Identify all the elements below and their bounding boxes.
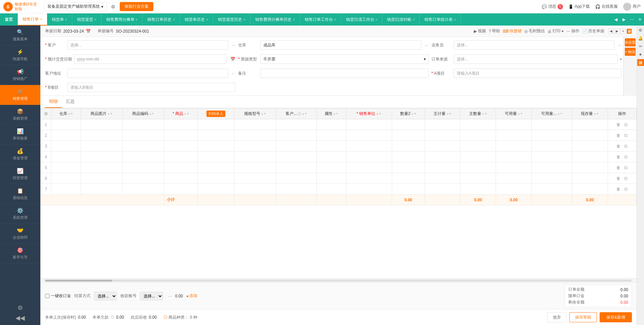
sidebar-item-inventory[interactable]: 📊 库存核算 (0, 125, 40, 145)
nav-tab-goods-history[interactable]: 销货单历史 × (180, 13, 213, 26)
setup-button[interactable]: ⚙设置 (625, 38, 636, 46)
online-support-button[interactable]: 🎧 在线客服 (595, 4, 618, 9)
row-copy-button[interactable]: ⊡ (623, 122, 629, 128)
b-project-input[interactable]: 请输入B项目 (67, 83, 235, 92)
sidebar-item-system[interactable]: ⚙️ 系统管理 (0, 204, 40, 224)
sidebar-item-marketing[interactable]: 📢 营销推广 (0, 65, 40, 85)
delivery-date-input[interactable]: yyyy-mm-dd (74, 54, 227, 64)
sidebar-item-management[interactable]: 📈 经营管理 (0, 164, 40, 184)
nav-tab-daily-reconcile[interactable]: 钱货日清对账 × (382, 13, 420, 26)
user-menu[interactable]: 用户 (623, 3, 641, 11)
nav-tab-order-workbench[interactable]: 销售订单工作台 × (300, 13, 341, 26)
save-draft-button[interactable]: 保存草稿 (569, 312, 597, 322)
tab-summary[interactable]: 汇总 (62, 96, 79, 108)
print-button[interactable]: 🖨 打印 ▾ (547, 28, 564, 34)
row-copy-button[interactable]: ⊡ (623, 143, 629, 149)
app-download-button[interactable]: 📱 App下载 (568, 4, 590, 9)
row-delete-button[interactable]: 🗑 (615, 132, 621, 138)
row-delete-button[interactable]: 🗑 (615, 143, 621, 149)
warehouse-input[interactable]: 成品库 (260, 40, 421, 50)
sidebar-item-sales[interactable]: 🛒 销售管理 (0, 85, 40, 105)
scrollbar-thumb[interactable] (45, 280, 112, 282)
solution-button[interactable]: 体验行业方案 (120, 2, 153, 11)
order-source-input[interactable]: 选择... (454, 54, 618, 64)
rfp-chart-icon[interactable]: ▦ (637, 59, 644, 66)
horizontal-scrollbar[interactable] (40, 278, 637, 282)
nav-tab-sales-return[interactable]: 销货退货 × (72, 13, 102, 26)
sidebar-settings-icon[interactable]: ⚙ (17, 304, 23, 312)
sidebar-item-search[interactable]: 🔍 搜索菜单 (0, 26, 40, 45)
a-project-input[interactable]: 请输入A项目 (454, 69, 622, 78)
nav-tab-sales-stats[interactable]: 销售订单统计表 × (420, 13, 461, 26)
account-dots-button[interactable]: ··· (168, 293, 172, 299)
nav-tab-daily-workbench[interactable]: 钱货日清工作台 × (341, 13, 383, 26)
profit-forecast-button[interactable]: ◎ 毛利预估 (524, 28, 545, 34)
row-delete-button[interactable]: 🗑 (615, 122, 621, 128)
video-help-button[interactable]: ▶ 视频 (474, 28, 486, 34)
sidebar-item-collab[interactable]: 🤝 企业协同 (0, 224, 40, 244)
nav-prev-arrow[interactable]: ◀ (612, 13, 620, 26)
invoice-type-select[interactable]: 不开票 ▾ (260, 54, 428, 64)
sidebar-collapse-icon[interactable]: ◀◀ (15, 314, 25, 322)
one-click-deposit-input[interactable] (45, 294, 49, 298)
add-deposit-button[interactable]: ● 添加 (186, 293, 197, 299)
row-copy-button[interactable]: ⊡ (623, 132, 629, 138)
nav-tab-sales-order[interactable]: 销售订单 × (18, 13, 47, 26)
scrollbar-track[interactable] (45, 280, 632, 282)
nav-tab-sales-order-history[interactable]: 销售订单历史 × (143, 13, 180, 26)
form-view-icon[interactable]: ▦ (627, 29, 632, 34)
salesperson-dots-button[interactable]: ··· (618, 42, 622, 48)
one-click-deposit-checkbox[interactable]: 一键收订金 (45, 293, 71, 299)
th-settings[interactable]: ⚙ (41, 109, 51, 119)
salesperson-input[interactable]: 选择... (454, 40, 615, 50)
nav-close-all[interactable]: ✕ (636, 13, 644, 26)
sidebar-item-purchase[interactable]: 📦 采购管理 (0, 105, 40, 125)
nav-right-icon[interactable]: ▶ (614, 29, 620, 34)
grid-view-icon[interactable]: ≡ (620, 29, 626, 34)
sidebar-item-quicknav[interactable]: ⚡ 快捷导航 (0, 45, 40, 65)
nav-tab-fee-history[interactable]: 销售费用分摊单历史 × (251, 13, 300, 26)
rfp-bell-icon[interactable]: 🔔 (637, 35, 644, 42)
warehouse-dots-button[interactable]: ··· (425, 42, 429, 48)
row-delete-button[interactable]: 🗑 (615, 165, 621, 171)
delivery-date-calendar-icon[interactable]: 📅 (230, 57, 235, 62)
nav-next-arrow[interactable]: ▶ (620, 13, 628, 26)
column-settings-icon[interactable]: ⚙ (44, 111, 48, 116)
payment-method-select[interactable]: 选择... (94, 292, 117, 300)
tab-detail[interactable]: 明细 (45, 96, 62, 108)
row-copy-button[interactable]: ⊡ (623, 154, 629, 160)
rfp-star-icon[interactable]: ★ (637, 51, 644, 58)
customer-input[interactable]: 选择... (67, 40, 228, 50)
calendar-icon[interactable]: 📅 (86, 29, 91, 34)
shortcut-button[interactable]: ⌨ 快捷键 (503, 28, 522, 34)
customer-dots-button[interactable]: ··· (232, 42, 236, 48)
row-copy-button[interactable]: ⊡ (623, 175, 629, 181)
row-copy-button[interactable]: ⊡ (623, 165, 629, 171)
scan-entry-button[interactable]: 扫码录入 (206, 111, 225, 117)
help-button[interactable]: ? 帮助 (489, 28, 500, 34)
save-new-button[interactable]: 保存&新增 (600, 312, 632, 322)
nav-left-icon[interactable]: ◀ (608, 29, 614, 34)
customer-address-input[interactable] (67, 69, 228, 78)
row-delete-button[interactable]: 🗑 (615, 186, 621, 192)
message-button[interactable]: 💬 消息 5 (542, 4, 563, 9)
sidebar-item-finance[interactable]: 💰 资金管理 (0, 145, 40, 164)
row-delete-button[interactable]: 🗑 (615, 154, 621, 160)
row-delete-button[interactable]: 🗑 (615, 175, 621, 181)
discard-button[interactable]: 放弃 (547, 312, 567, 322)
remarks-input[interactable] (260, 69, 428, 78)
nav-tab-home[interactable]: 首页 (0, 13, 18, 26)
nav-tab-return-history[interactable]: 销货退货历史 × (213, 13, 251, 26)
nav-tab-sales-fee-split[interactable]: 销售费用分摊单 × (102, 13, 143, 26)
history-docs-button[interactable]: 📄 历史单据 (582, 28, 604, 34)
sidebar-item-guide[interactable]: 🎯 新手引导 (0, 244, 40, 263)
nav-expand-arrow[interactable]: ⋯ (628, 13, 636, 26)
gear-icon[interactable]: ⚙ (109, 3, 117, 11)
sidebar-item-basic-info[interactable]: 📋 基础信息 (0, 184, 40, 204)
rfp-settings-icon[interactable]: ⚙ (637, 27, 644, 34)
nav-tab-sales-goods[interactable]: 销货单 × (47, 13, 72, 26)
operations-button[interactable]: ⋯ 操作 (566, 28, 579, 34)
account-select[interactable]: 选择... (140, 292, 163, 300)
rfp-edit-icon[interactable]: ✏ (637, 43, 644, 50)
system-selector[interactable]: 装备及固定资产辅助管理系统 ▾ (44, 2, 107, 11)
